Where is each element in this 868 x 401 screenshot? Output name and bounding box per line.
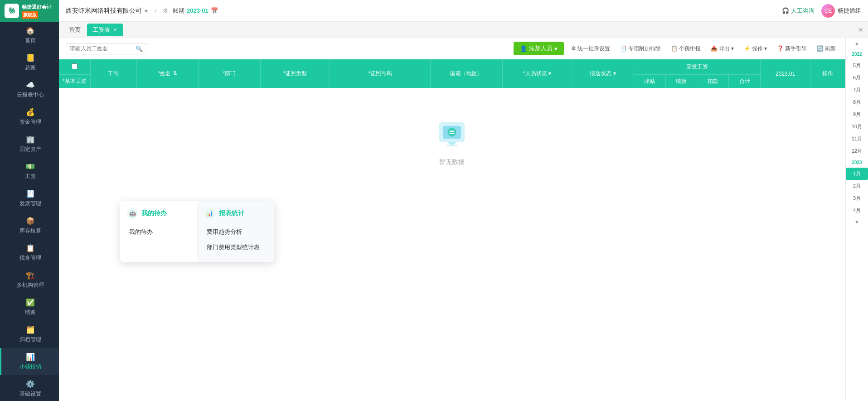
month-mar-2023[interactable]: 3月 [846, 192, 868, 204]
salary-toolbar: 🔍 👤 添加人员 ▾ ⚙ 统一社保设置 📑 专项附加扣除 [59, 38, 845, 59]
sidebar-label-ledger: 总账 [25, 64, 36, 72]
headset-icon: 🎧 [782, 7, 789, 14]
month-aug-2022[interactable]: 8月 [846, 96, 868, 108]
service-button[interactable]: 🎧 人工咨询 [782, 7, 815, 15]
company-name: 西安虾米网络科技有限公司 [66, 7, 142, 15]
ops-dropdown-icon: ▾ [764, 45, 767, 52]
tax-report-icon: 📋 [671, 45, 678, 52]
col-id-type: *证照类型 [260, 59, 330, 88]
month-nav-down[interactable]: ▼ [846, 217, 868, 227]
empty-state: 暂无数据 [59, 88, 845, 193]
special-deduct-label: 专项附加扣除 [628, 45, 661, 53]
month-feb-2023[interactable]: 2月 [846, 180, 868, 192]
month-nav-up[interactable]: ▲ [846, 38, 868, 49]
salary-icon: 💵 [26, 162, 35, 171]
special-deduct-button[interactable]: 📑 专项附加扣除 [617, 43, 664, 54]
add-person-button[interactable]: 👤 添加人员 ▾ [514, 42, 564, 55]
popup-report-item-2[interactable]: 部门费用类型统计表 [204, 240, 268, 255]
sidebar-item-report[interactable]: 📊 小畅报销 [0, 348, 59, 375]
sidebar-label-archive: 归档管理 [19, 336, 41, 343]
popup-col-report: 📊 报表统计 费用趋势分析 部门费用类型统计表 [198, 201, 275, 262]
sidebar-item-multi[interactable]: 🏗️ 多机构管理 [0, 266, 59, 294]
personal-tax-button[interactable]: 📋 个税申报 [668, 43, 703, 54]
month-dec-2022[interactable]: 12月 [846, 145, 868, 157]
content-area: 🔍 👤 添加人员 ▾ ⚙ 统一社保设置 📑 专项附加扣除 [59, 38, 868, 401]
sidebar: 畅 畅捷通好会计 旗舰版 🏠 首页 📒 总账 ☁️ 云报表中心 💰 资金管理 🏢… [0, 0, 59, 401]
empty-illustration [434, 115, 470, 151]
sidebar-item-tax[interactable]: 📋 税务管理 [0, 239, 59, 266]
month-jun-2022[interactable]: 6月 [846, 72, 868, 84]
sidebar-item-asset[interactable]: 🏢 固定资产 [0, 130, 59, 158]
month-nov-2022[interactable]: 11月 [846, 133, 868, 145]
sidebar-item-home[interactable]: 🏠 首页 [0, 22, 59, 49]
sidebar-label-asset: 固定资产 [19, 145, 41, 153]
sidebar-item-ledger[interactable]: 📒 总账 [0, 49, 59, 76]
refresh-button[interactable]: 🔄 刷新 [814, 43, 839, 54]
sidebar-item-invoice[interactable]: 🧾 发票管理 [0, 185, 59, 212]
popup-report-title: 报表统计 [219, 209, 244, 217]
topbar-add-icon[interactable]: ＋ [152, 7, 158, 15]
tab-salary[interactable]: 工资表 ✕ [87, 24, 123, 36]
app-logo: 畅 畅捷通好会计 旗舰版 [0, 0, 59, 22]
period-label: 账期 [173, 7, 184, 15]
settlement-icon: ✅ [26, 298, 35, 307]
new-guide-button[interactable]: ❓ 新手引导 [774, 43, 810, 54]
period-selector[interactable]: 账期 2023-01 📅 [173, 7, 218, 15]
popup-todo-title: 我的待办 [141, 209, 167, 217]
search-input[interactable] [70, 45, 133, 52]
month-may-2022[interactable]: 5月 [846, 59, 868, 72]
sidebar-label-cloud: 云报表中心 [17, 91, 44, 99]
report-filter-icon[interactable]: ▾ [613, 70, 616, 77]
topbar-right: 🎧 人工咨询 CE 畅捷通组 [782, 4, 861, 18]
popup-report-label-2: 部门费用类型统计表 [207, 244, 260, 251]
col-id-number: *证照号码 [330, 59, 431, 88]
invoice-icon: 🧾 [26, 189, 35, 198]
month-apr-2023[interactable]: 4月 [846, 204, 868, 217]
popup-report-item-1[interactable]: 费用趋势分析 [204, 224, 268, 240]
col-period: 2023.01 [761, 59, 810, 88]
svg-rect-6 [446, 145, 457, 146]
report-icon: 📊 [26, 353, 35, 361]
search-box[interactable]: 🔍 [66, 43, 147, 54]
filter-icon[interactable]: ▾ [548, 70, 551, 77]
avatar: CE [821, 4, 835, 18]
month-oct-2022[interactable]: 10月 [846, 121, 868, 133]
company-selector[interactable]: 西安虾米网络科技有限公司 ▾ [66, 7, 148, 15]
social-security-button[interactable]: ⚙ 统一社保设置 [568, 43, 613, 54]
logo-abbr: 畅 [9, 7, 15, 15]
sidebar-item-settings[interactable]: ⚙️ 基础设置 [0, 375, 59, 401]
popup-report-label-1: 费用趋势分析 [207, 228, 242, 235]
tab-salary-close[interactable]: ✕ [113, 27, 117, 33]
month-sep-2022[interactable]: 9月 [846, 108, 868, 121]
month-jan-2023[interactable]: 1月 [846, 168, 868, 180]
operations-button[interactable]: ⚡ 操作 ▾ [741, 43, 770, 54]
tab-close-all[interactable]: ✕ [858, 26, 863, 34]
tabbar: 首页 工资表 ✕ ✕ [59, 22, 868, 38]
sidebar-item-settlement[interactable]: ✅ 结账 [0, 294, 59, 321]
topbar-settings-icon[interactable]: ⚙ [163, 7, 168, 14]
tab-salary-label: 工资表 [92, 26, 110, 34]
user-menu[interactable]: CE 畅捷通组 [821, 4, 861, 18]
sidebar-item-inventory[interactable]: 📦 库存核算 [0, 212, 59, 239]
sidebar-item-archive[interactable]: 🗂️ 归档管理 [0, 321, 59, 348]
month-jul-2022[interactable]: 7月 [846, 84, 868, 96]
sidebar-item-salary[interactable]: 💵 工资 [0, 158, 59, 185]
operations-label: 操作 [752, 45, 763, 53]
select-all-header[interactable] [59, 59, 90, 75]
home-icon: 🏠 [26, 26, 35, 35]
personal-tax-label: 个税申报 [679, 45, 701, 53]
tab-home[interactable]: 首页 [63, 24, 86, 36]
topbar: 西安虾米网络科技有限公司 ▾ ＋ ⚙ 账期 2023-01 📅 🎧 人工咨询 C… [59, 0, 868, 22]
col-country: 国籍（地区） [431, 59, 503, 88]
select-all-checkbox[interactable] [72, 63, 78, 69]
deduct-icon: 📑 [620, 45, 627, 52]
sidebar-item-fund[interactable]: 💰 资金管理 [0, 103, 59, 130]
export-button[interactable]: 📤 导出 ▾ [708, 43, 737, 54]
fund-icon: 💰 [26, 108, 35, 116]
popup-todo-item[interactable]: 我的待办 [127, 224, 190, 240]
sidebar-item-cloud[interactable]: ☁️ 云报表中心 [0, 76, 59, 103]
sidebar-label-invoice: 发票管理 [19, 200, 41, 208]
add-dropdown-icon: ▾ [554, 45, 558, 52]
sidebar-label-salary: 工资 [25, 173, 36, 180]
add-icon: 👤 [520, 45, 527, 52]
